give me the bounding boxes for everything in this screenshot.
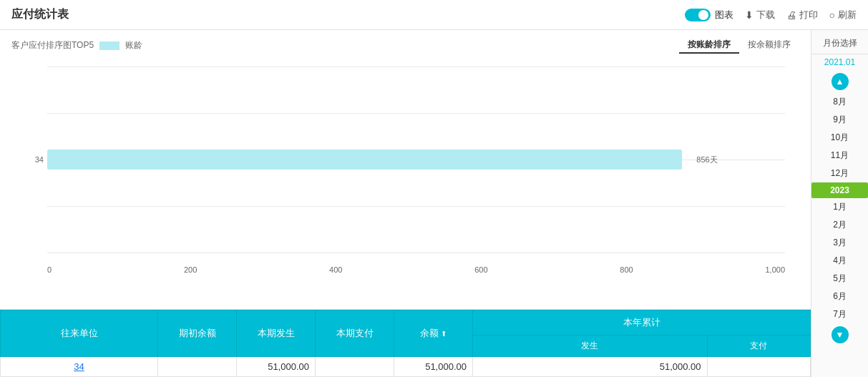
- month-list: 8月 9月 10月 11月 12月 2023 1月 2月 3月 4月 5月 6月…: [811, 93, 868, 323]
- print-button[interactable]: 🖨 打印: [786, 9, 818, 21]
- cell-opening: [158, 357, 237, 377]
- x-axis-200: 200: [184, 265, 197, 274]
- cell-balance: 51,000.00: [394, 357, 473, 377]
- refresh-icon: ○: [829, 9, 835, 21]
- month-oct[interactable]: 10月: [811, 129, 868, 147]
- legend-box: [99, 41, 120, 50]
- month-jul[interactable]: 7月: [811, 305, 868, 323]
- x-axis-1000: 1,000: [765, 265, 785, 274]
- month-aug[interactable]: 8月: [811, 93, 868, 111]
- grid-line-bottom: [47, 253, 785, 253]
- col-current-occur: 本期发生: [237, 310, 316, 357]
- print-label: 打印: [799, 9, 818, 21]
- month-nov[interactable]: 11月: [811, 147, 868, 165]
- page-title: 应付统计表: [11, 7, 69, 22]
- col-balance: 余额 ⬆: [394, 310, 473, 357]
- bar-end-label: 856天: [696, 155, 717, 165]
- chart-header: 客户应付排序图TOP5 账龄 按账龄排序 按余额排序: [11, 37, 799, 54]
- right-sidebar: 月份选择 2021.01 ▲ 8月 9月 10月 11月 12月 2023 1月…: [811, 30, 868, 377]
- col-current-pay: 本期支付: [316, 310, 394, 357]
- x-axis-600: 600: [474, 265, 487, 274]
- x-axis: 0 200 400 600 800 1,000: [47, 265, 785, 274]
- left-panel: 客户应付排序图TOP5 账龄 按账龄排序 按余额排序: [0, 30, 811, 377]
- cell-current-occur: 51,000.00: [237, 357, 316, 377]
- col-unit: 往来单位: [1, 310, 158, 357]
- table-row: 34 51,000.00 51,000.00 51,000.00: [1, 357, 811, 377]
- print-icon: 🖨: [786, 9, 796, 21]
- month-apr[interactable]: 4月: [811, 252, 868, 270]
- table-section: 往来单位 期初余额 本期发生 本期支付 余额 ⬆ 本年累计: [0, 309, 811, 377]
- cell-unit: 34: [1, 357, 158, 377]
- chart-area: 客户应付排序图TOP5 账龄 按账龄排序 按余额排序: [0, 30, 811, 309]
- sort-by-amount-btn[interactable]: 按余额排序: [739, 37, 799, 54]
- cell-current-pay: [316, 357, 394, 377]
- col-yearly-pay: 支付: [707, 336, 810, 357]
- chart-legend-box-label: 账龄: [125, 39, 142, 52]
- col-yearly-total: 本年累计: [473, 310, 811, 336]
- bar-container: 34 856天: [47, 67, 785, 253]
- chart-toggle-wrap: 图表: [685, 9, 733, 21]
- table-wrap: 往来单位 期初余额 本期发生 本期支付 余额 ⬆ 本年累计: [0, 310, 811, 377]
- download-label: 下载: [756, 9, 775, 21]
- header-actions: 图表 ⬇ 下载 🖨 打印 ○ 刷新: [685, 9, 857, 21]
- refresh-label: 刷新: [838, 9, 857, 21]
- month-dec[interactable]: 12月: [811, 165, 868, 182]
- chart-legend-text: 客户应付排序图TOP5: [11, 39, 94, 52]
- sidebar-date: 2021.01: [811, 54, 868, 70]
- cell-yearly-pay: [707, 357, 810, 377]
- sort-by-balance-btn[interactable]: 按账龄排序: [679, 37, 739, 54]
- month-sep[interactable]: 9月: [811, 111, 868, 129]
- cell-yearly-occur: 51,000.00: [473, 357, 708, 377]
- sidebar-title: 月份选择: [811, 33, 868, 54]
- bar: 856天: [47, 150, 682, 170]
- bar-chart: 34 856天 0 200 400 600 800 1,000: [19, 59, 792, 274]
- table-header-row: 往来单位 期初余额 本期发生 本期支付 余额 ⬆ 本年累计: [1, 310, 811, 336]
- year-2023-marker[interactable]: 2023: [811, 182, 868, 198]
- chart-legend: 客户应付排序图TOP5 账龄: [11, 39, 142, 52]
- app-container: 应付统计表 图表 ⬇ 下载 🖨 打印 ○ 刷新: [0, 0, 868, 377]
- x-axis-400: 400: [329, 265, 342, 274]
- nav-down-btn[interactable]: ▼: [832, 326, 849, 343]
- bar-label: 34: [22, 155, 44, 164]
- nav-up-btn[interactable]: ▲: [832, 73, 849, 90]
- chart-toggle[interactable]: [685, 9, 711, 21]
- month-mar[interactable]: 3月: [811, 234, 868, 252]
- main-content: 客户应付排序图TOP5 账龄 按账龄排序 按余额排序: [0, 30, 868, 377]
- col-opening: 期初余额: [158, 310, 237, 357]
- chart-sort: 按账龄排序 按余额排序: [679, 37, 799, 54]
- x-axis-0: 0: [47, 265, 52, 274]
- month-jun[interactable]: 6月: [811, 288, 868, 305]
- download-icon: ⬇: [745, 9, 754, 21]
- month-jan[interactable]: 1月: [811, 198, 868, 216]
- data-table: 往来单位 期初余额 本期发生 本期支付 余额 ⬆ 本年累计: [0, 310, 811, 377]
- chart-toggle-label: 图表: [715, 9, 733, 21]
- unit-link[interactable]: 34: [74, 361, 84, 372]
- balance-icon: ⬆: [441, 330, 447, 338]
- bar-row: 34 856天: [47, 150, 785, 170]
- x-axis-800: 800: [620, 265, 633, 274]
- col-yearly-occur: 发生: [473, 336, 708, 357]
- month-feb[interactable]: 2月: [811, 216, 868, 234]
- refresh-button[interactable]: ○ 刷新: [829, 9, 857, 21]
- download-button[interactable]: ⬇ 下载: [745, 9, 775, 21]
- month-may[interactable]: 5月: [811, 270, 868, 288]
- header: 应付统计表 图表 ⬇ 下载 🖨 打印 ○ 刷新: [0, 0, 868, 30]
